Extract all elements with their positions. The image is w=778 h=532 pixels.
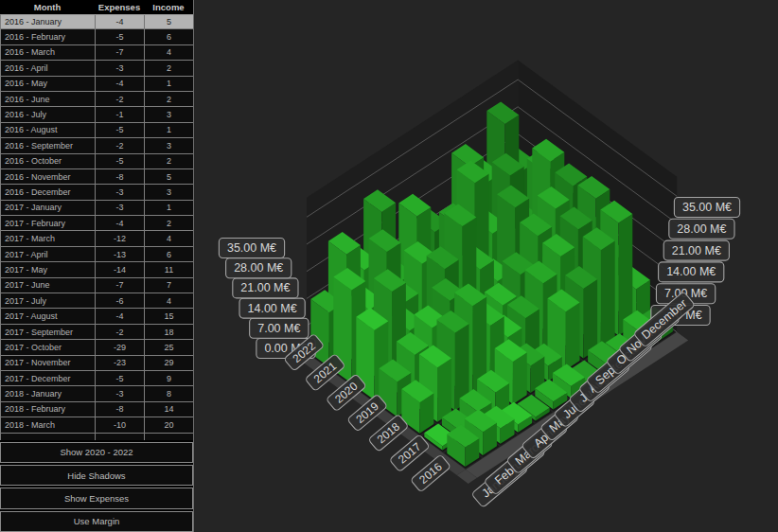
cell-exp: -2: [96, 325, 145, 339]
svg-text:35.00 M€: 35.00 M€: [227, 241, 276, 255]
table-row[interactable]: 2017 - August-415: [0, 309, 193, 324]
cell-exp: -23: [96, 356, 145, 370]
button-show-2020-2022[interactable]: Show 2020 - 2022: [0, 442, 193, 463]
value-tick-right: 14.00 M€: [659, 262, 724, 282]
table-row[interactable]: 2016 - December-33: [0, 185, 193, 200]
cell-exp: -29: [96, 340, 145, 354]
table-row[interactable]: 2016 - October-52: [0, 154, 193, 169]
table-row[interactable]: 2016 - August-51: [0, 123, 193, 138]
table-row[interactable]: 2016 - April-32: [0, 61, 193, 76]
table-row[interactable]: 2016 - November-85: [0, 169, 193, 185]
cell-exp: -5: [96, 154, 145, 168]
table-header: Month Expenses Income: [0, 0, 193, 14]
table-row[interactable]: 2016 - February-56: [0, 29, 193, 44]
cell-inc: 2: [145, 154, 193, 168]
cell-exp: -10: [96, 417, 145, 432]
cell-month: 2016 - August: [1, 123, 96, 137]
bar3d-chart-canvas[interactable]: 0.00 M€7.00 M€14.00 M€21.00 M€28.00 M€35…: [194, 0, 778, 532]
cell-exp: -7: [96, 45, 145, 60]
cell-month: 2016 - May: [1, 77, 96, 91]
svg-text:28.00 M€: 28.00 M€: [234, 261, 283, 275]
cell-inc: 11: [145, 262, 193, 276]
table-row[interactable]: 2017 - December-59: [0, 371, 193, 386]
cell-month: 2016 - July: [1, 107, 96, 121]
button-use-margin[interactable]: Use Margin: [0, 511, 193, 532]
cell-inc: 4: [145, 45, 193, 60]
value-tick-right: 35.00 M€: [674, 198, 739, 218]
table-row[interactable]: 2016 - September-23: [0, 138, 193, 153]
value-tick-left: 35.00 M€: [219, 239, 284, 258]
cell-month: 2017 - November: [1, 356, 96, 370]
cell-exp: -4: [96, 309, 145, 323]
table-row[interactable]: 2017 - May-1411: [0, 262, 193, 277]
cell-month: 2016 - October: [1, 154, 96, 168]
table-row[interactable]: 2016 - January-45: [0, 14, 193, 29]
cell-month: 2017 - December: [1, 371, 96, 385]
button-show-expenses[interactable]: Show Expenses: [0, 488, 193, 508]
table-row[interactable]: 2017 - November-2329: [0, 356, 193, 371]
button-hide-shadows[interactable]: Hide Shadows: [0, 465, 193, 486]
cell-month: 2016 - April: [1, 61, 96, 75]
table-row[interactable]: 2017 - October-2925: [0, 340, 193, 355]
table-row[interactable]: 2016 - July-13: [0, 107, 193, 122]
cell-month: 2017 - October: [1, 340, 96, 354]
table-row[interactable]: 2017 - April-136: [0, 247, 193, 262]
cell-exp: -1: [96, 107, 145, 121]
cell-inc: 4: [145, 231, 193, 245]
cell-month: 2016 - June: [1, 92, 96, 106]
table-row[interactable]: 2018 - March-1020: [0, 417, 193, 433]
table-row[interactable]: 2016 - March-74: [0, 45, 193, 61]
cell-month: 2017 - August: [1, 309, 96, 323]
table-row[interactable]: 2017 - July-64: [0, 293, 193, 309]
cell-inc: 29: [145, 356, 193, 370]
cell-exp: -2: [96, 92, 145, 106]
cell-inc: 3: [145, 107, 193, 121]
table-row[interactable]: 2017 - June-77: [0, 278, 193, 293]
table-body: 2016 - January-452016 - February-562016 …: [0, 14, 193, 434]
cell-exp: -5: [96, 29, 145, 44]
svg-text:35.00 M€: 35.00 M€: [682, 201, 732, 214]
cell-exp: -8: [96, 402, 145, 417]
svg-text:14.00 M€: 14.00 M€: [248, 302, 297, 315]
table-row[interactable]: 2017 - September-218: [0, 325, 193, 340]
cell-month: 2016 - November: [1, 169, 96, 184]
svg-text:21.00 M€: 21.00 M€: [240, 281, 290, 294]
cell-month: 2016 - September: [1, 138, 96, 152]
table-row[interactable]: 2016 - May-41: [0, 77, 193, 92]
table-row[interactable]: 2016 - June-22: [0, 92, 193, 107]
svg-text:7.00 M€: 7.00 M€: [257, 322, 300, 335]
value-tick-left: 7.00 M€: [250, 318, 309, 338]
table-row-partial: [0, 434, 193, 440]
cell-inc: 20: [145, 417, 193, 432]
table-row[interactable]: 2017 - February-42: [0, 216, 193, 231]
cell-month: 2017 - September: [1, 325, 96, 339]
cell-inc: 5: [145, 169, 193, 184]
cell-inc: 3: [145, 185, 193, 199]
table-row[interactable]: 2018 - February-814: [0, 402, 193, 417]
cell-inc: 7: [145, 278, 193, 293]
table-row[interactable]: 2017 - March-124: [0, 231, 193, 246]
svg-text:28.00 M€: 28.00 M€: [677, 222, 726, 236]
col-header-expenses: Expenses: [95, 2, 144, 12]
cell-inc: 2: [145, 216, 193, 230]
cell-inc: 15: [145, 309, 193, 323]
cell-month: 2017 - January: [1, 201, 96, 215]
cell-month: 2018 - February: [1, 402, 96, 417]
cell-exp: -4: [96, 77, 145, 91]
value-tick-right: 28.00 M€: [669, 219, 734, 239]
table-row[interactable]: 2017 - January-31: [0, 201, 193, 216]
value-tick-left: 28.00 M€: [226, 258, 292, 278]
value-tick-right: 21.00 M€: [663, 240, 729, 260]
cell-exp: -3: [96, 185, 145, 199]
cell-exp: -4: [96, 216, 145, 230]
cell-inc: 1: [145, 201, 193, 215]
table-row[interactable]: 2018 - January-38: [0, 386, 193, 401]
cell-exp: -3: [96, 61, 145, 75]
cell-exp: -7: [96, 278, 145, 293]
cell-exp: -5: [96, 123, 145, 137]
cell-exp: -3: [96, 201, 145, 215]
value-tick-left: 21.00 M€: [233, 278, 298, 298]
cell-inc: 1: [145, 77, 193, 91]
col-header-income: Income: [144, 2, 193, 12]
button-stack: Show 2020 - 2022Hide ShadowsShow Expense…: [0, 442, 193, 532]
